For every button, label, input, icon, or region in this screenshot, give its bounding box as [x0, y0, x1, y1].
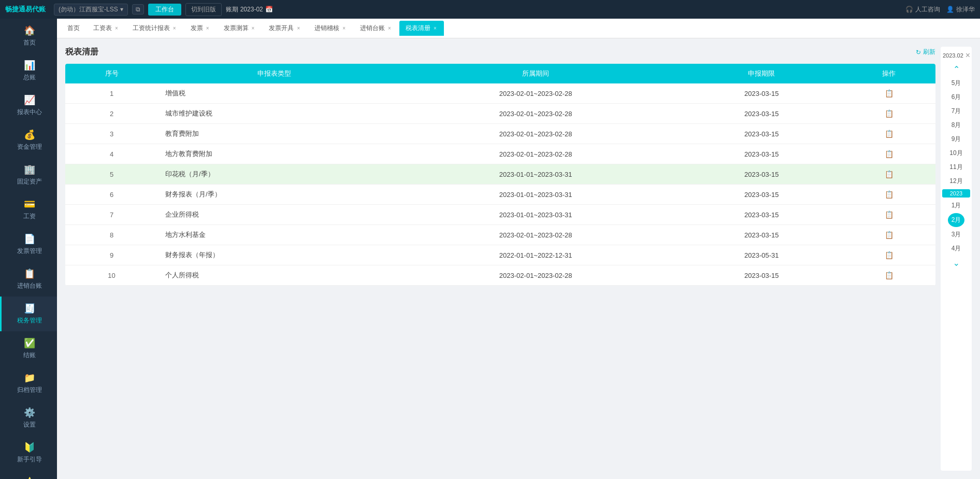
- tax-table: 序号 申报表类型 所属期间 申报期限 操作 1 增值税 2023-02-01~2…: [65, 64, 935, 286]
- cell-no: 6: [65, 185, 158, 205]
- human-service-button[interactable]: 🎧 人工咨询: [905, 5, 940, 14]
- action-doc-icon[interactable]: 📋: [885, 210, 893, 219]
- action-doc-icon[interactable]: 📋: [885, 231, 893, 239]
- cell-period: 2023-02-01~2023-02-28: [391, 265, 681, 286]
- panel-close-button[interactable]: ×: [963, 50, 972, 61]
- sidebar-item-settings[interactable]: ⚙️ 设置: [0, 401, 57, 435]
- tab-purchase-ledger[interactable]: 进销台账 ×: [354, 21, 398, 36]
- tab-salary-table[interactable]: 工资表 ×: [87, 21, 125, 36]
- tab-tax-register-label: 税表清册: [406, 24, 430, 33]
- scroll-down-button[interactable]: ⌃: [951, 256, 962, 270]
- month-6[interactable]: 6月: [941, 90, 972, 104]
- table-row: 2 城市维护建设税 2023-02-01~2023-02-28 2023-03-…: [65, 104, 935, 124]
- sidebar-label-ledger: 总账: [23, 73, 36, 82]
- sidebar-item-assets[interactable]: 🏢 固定资产: [0, 158, 57, 192]
- month-1[interactable]: 1月: [941, 199, 972, 213]
- tab-invoice-calc[interactable]: 发票测算 ×: [218, 21, 262, 36]
- scroll-up-button[interactable]: ⌃: [951, 62, 962, 76]
- action-doc-icon[interactable]: 📋: [885, 190, 893, 199]
- cell-no: 1: [65, 83, 158, 104]
- sidebar-item-invoices[interactable]: 📄 发票管理: [0, 227, 57, 262]
- guide-icon: 🔰: [24, 442, 35, 453]
- workbench-button[interactable]: 工作台: [148, 4, 181, 16]
- table-row: 4 地方教育费附加 2023-02-01~2023-02-28 2023-03-…: [65, 144, 935, 164]
- action-doc-icon[interactable]: 📋: [885, 109, 893, 118]
- cell-deadline: 2023-03-15: [681, 205, 843, 225]
- action-doc-icon[interactable]: 📋: [885, 89, 893, 97]
- company-name: (勿动）江西服宝-LSS: [59, 5, 118, 14]
- sidebar-item-purchase[interactable]: 📋 进销台账: [0, 262, 57, 297]
- sidebar-label-settlement: 结账: [23, 351, 36, 360]
- refresh-label: 刷新: [923, 48, 935, 57]
- month-10[interactable]: 10月: [941, 146, 972, 160]
- tab-home-label: 首页: [67, 24, 80, 33]
- month-11[interactable]: 11月: [941, 160, 972, 174]
- sidebar-item-guide[interactable]: 🔰 新手引导: [0, 435, 57, 470]
- action-doc-icon[interactable]: 📋: [885, 271, 893, 279]
- tab-salary-table-close[interactable]: ×: [114, 25, 119, 32]
- cell-type: 财务报表（月/季）: [158, 185, 391, 205]
- sidebar-item-settlement[interactable]: ✅ 结账: [0, 331, 57, 366]
- tab-salary-stats[interactable]: 工资统计报表 ×: [126, 21, 183, 36]
- sidebar-item-tax[interactable]: 🧾 税务管理: [0, 297, 57, 331]
- tab-tax-register-close[interactable]: ×: [433, 25, 438, 32]
- funds-icon: 💰: [24, 129, 35, 140]
- assets-icon: 🏢: [24, 164, 35, 175]
- tab-invoice-open-close[interactable]: ×: [296, 25, 301, 32]
- tab-tax-register[interactable]: 税表清册 ×: [399, 21, 444, 36]
- col-deadline: 申报期限: [681, 64, 843, 83]
- cell-action: 📋: [843, 225, 935, 245]
- copy-button[interactable]: ⧉: [132, 4, 144, 15]
- cell-no: 5: [65, 164, 158, 185]
- month-12[interactable]: 12月: [941, 174, 972, 188]
- period-display: 账期 2023-02 📅: [226, 5, 273, 14]
- content-area: 首页 工资表 × 工资统计报表 × 发票 × 发票测算 × 发票开具 ×: [57, 19, 980, 479]
- sidebar-item-ledger[interactable]: 📊 总账: [0, 53, 57, 88]
- ledger-icon: 📊: [24, 60, 35, 71]
- tab-purchase-ledger-close[interactable]: ×: [387, 25, 392, 32]
- user-avatar[interactable]: 👤 徐泽华: [946, 5, 975, 14]
- sidebar-item-archive[interactable]: 📁 归档管理: [0, 366, 57, 401]
- tab-purchase-audit[interactable]: 进销稽核 ×: [308, 21, 353, 36]
- month-4[interactable]: 4月: [941, 242, 972, 256]
- col-type: 申报表类型: [158, 64, 391, 83]
- company-selector[interactable]: (勿动）江西服宝-LSS ▾: [54, 4, 128, 16]
- cell-type: 地方教育费附加: [158, 144, 391, 164]
- sidebar-item-funds[interactable]: 💰 资金管理: [0, 123, 57, 158]
- month-9[interactable]: 9月: [941, 132, 972, 146]
- month-3[interactable]: 3月: [941, 228, 972, 242]
- sidebar-item-vip[interactable]: ⭐ 畅会员: [0, 470, 57, 479]
- year-month-panel: 2023.02 × ⌃ 5月 6月 7月 8月 9月 10月 11月 12月 2…: [941, 47, 972, 471]
- month-8[interactable]: 8月: [941, 118, 972, 132]
- action-doc-icon[interactable]: 📋: [885, 170, 893, 178]
- period-value: 2023-02: [240, 6, 263, 13]
- cell-no: 10: [65, 265, 158, 286]
- action-doc-icon[interactable]: 📋: [885, 150, 893, 158]
- action-doc-icon[interactable]: 📋: [885, 130, 893, 138]
- month-7[interactable]: 7月: [941, 104, 972, 118]
- calendar-icon[interactable]: 📅: [265, 6, 273, 13]
- refresh-button[interactable]: ↻ 刷新: [916, 48, 935, 57]
- tab-invoice-calc-close[interactable]: ×: [251, 25, 256, 32]
- tab-invoice-close[interactable]: ×: [205, 25, 210, 32]
- month-5[interactable]: 5月: [941, 76, 972, 90]
- table-header-row: 序号 申报表类型 所属期间 申报期限 操作: [65, 64, 935, 83]
- tab-purchase-audit-close[interactable]: ×: [341, 25, 347, 32]
- main-layout: 🏠 首页 📊 总账 📈 报表中心 💰 资金管理 🏢 固定资产 💳 工资 📄 发票…: [0, 19, 980, 479]
- sidebar-item-home[interactable]: 🏠 首页: [0, 19, 57, 53]
- sidebar-label-salary: 工资: [23, 212, 36, 221]
- switch-old-button[interactable]: 切到旧版: [185, 3, 222, 16]
- page-title: 税表清册: [65, 47, 98, 58]
- sidebar-label-invoices: 发票管理: [17, 247, 42, 256]
- tab-salary-stats-close[interactable]: ×: [172, 25, 177, 32]
- action-doc-icon[interactable]: 📋: [885, 251, 893, 259]
- month-2-active[interactable]: 2月: [948, 213, 964, 227]
- sidebar-label-purchase: 进销台账: [17, 281, 42, 290]
- user-name: 徐泽华: [956, 5, 975, 14]
- tab-invoice-open[interactable]: 发票开具 ×: [263, 21, 307, 36]
- sidebar-item-salary[interactable]: 💳 工资: [0, 192, 57, 227]
- tab-home[interactable]: 首页: [61, 21, 86, 36]
- cell-type: 地方水利基金: [158, 225, 391, 245]
- sidebar-item-reports[interactable]: 📈 报表中心: [0, 88, 57, 123]
- tab-invoice[interactable]: 发票 ×: [184, 21, 217, 36]
